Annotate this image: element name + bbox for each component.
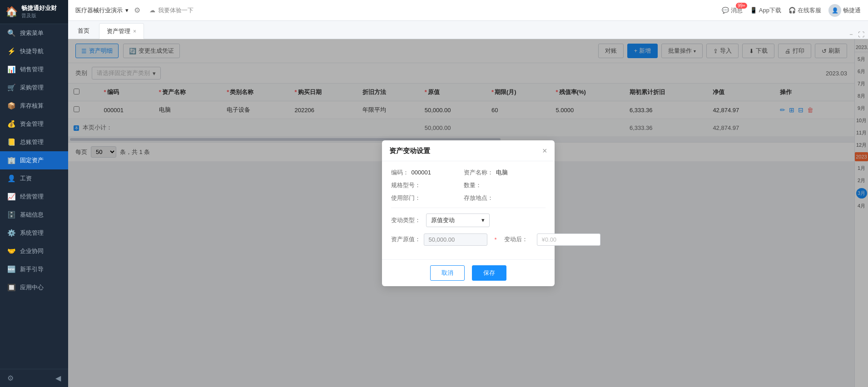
sidebar-label-system: 系统管理 <box>20 229 44 237</box>
quicknav-icon: ⚡ <box>7 47 15 55</box>
messages-btn[interactable]: 💬 消息 99+ <box>722 6 743 15</box>
topbar-settings-icon[interactable]: ⚙ <box>134 6 140 15</box>
service-btn[interactable]: 🎧 在线客服 <box>789 6 821 15</box>
sidebar: 🏠 畅捷通好业财 普及版 🔍 搜索菜单 ⚡ 快捷导航 📊 销售管理 🛒 采购管理… <box>0 0 68 387</box>
sidebar-label-basic: 基础信息 <box>20 211 44 219</box>
sidebar-item-coop[interactable]: 🤝 企业协同 <box>0 242 68 260</box>
dialog-form-row1: 变动类型： 原值变动 ▾ <box>391 213 546 227</box>
inventory-icon: 📦 <box>7 102 15 110</box>
dialog-quantity-item: 数量： <box>464 181 527 189</box>
sidebar-footer: ⚙ ◀ <box>0 369 68 387</box>
dialog-code-value: 000001 <box>412 169 431 176</box>
window-minimize-icon[interactable]: － <box>848 30 854 39</box>
dialog-select-chevron: ▾ <box>481 217 485 223</box>
sidebar-label-inventory: 库存核算 <box>20 102 44 110</box>
sidebar-item-quicknav[interactable]: ⚡ 快捷导航 <box>0 42 68 60</box>
dialog-title: 资产变动设置 <box>389 147 430 155</box>
apps-icon: 🔲 <box>7 283 15 292</box>
dialog-divider <box>391 208 546 208</box>
dialog-overlay: 资产变动设置 × 编码： 000001 资产名称： 电脑 <box>68 39 868 387</box>
dialog-after-label: 变动后： <box>504 235 531 243</box>
sidebar-label-apps: 应用中心 <box>20 283 44 292</box>
dialog-change-type-select[interactable]: 原值变动 ▾ <box>426 213 490 227</box>
sidebar-nav: 🔍 搜索菜单 ⚡ 快捷导航 📊 销售管理 🛒 采购管理 📦 库存核算 💰 资金管… <box>0 24 68 369</box>
sidebar-item-system[interactable]: ⚙️ 系统管理 <box>0 224 68 242</box>
sales-icon: 📊 <box>7 65 15 74</box>
cancel-button[interactable]: 取消 <box>430 265 465 281</box>
dialog-info-row1: 编码： 000001 资产名称： 电脑 <box>391 169 546 177</box>
chevron-down-icon: ▾ <box>125 7 129 14</box>
dialog-name-item: 资产名称： 电脑 <box>464 169 527 177</box>
sidebar-item-guide[interactable]: 🆕 新手引导 <box>0 260 68 278</box>
dialog-name-label: 资产名称： <box>464 169 493 177</box>
sidebar-label-ledger: 总账管理 <box>20 138 44 146</box>
sidebar-item-inventory[interactable]: 📦 库存核算 <box>0 97 68 115</box>
system-icon: ⚙️ <box>7 229 15 237</box>
dialog-original-label: 资产原值： <box>391 235 418 243</box>
dialog-location-label: 存放地点： <box>464 194 493 202</box>
service-label: 在线客服 <box>798 6 821 15</box>
sidebar-item-search[interactable]: 🔍 搜索菜单 <box>0 24 68 42</box>
app-download-btn[interactable]: 📱 App下载 <box>750 6 781 15</box>
sidebar-item-capital[interactable]: 💰 资金管理 <box>0 115 68 133</box>
basic-icon: 🗄️ <box>7 211 15 219</box>
sidebar-item-ledger[interactable]: 📒 总账管理 <box>0 133 68 151</box>
sidebar-label-capital: 资金管理 <box>20 120 44 128</box>
sidebar-label-search: 搜索菜单 <box>20 29 44 37</box>
sidebar-item-sales[interactable]: 📊 销售管理 <box>0 60 68 79</box>
dialog-change-type-value: 原值变动 <box>431 216 455 224</box>
settings-icon[interactable]: ⚙ <box>7 374 14 382</box>
dialog-spec-label: 规格型号： <box>391 181 421 189</box>
tab-asset-label: 资产管理 <box>107 27 130 35</box>
username: 畅捷通 <box>843 6 861 15</box>
operations-icon: 📈 <box>7 193 15 201</box>
dialog-form-row2: 资产原值： * 变动后： <box>391 233 546 246</box>
dialog-close-btn[interactable]: × <box>542 147 547 155</box>
sidebar-item-apps[interactable]: 🔲 应用中心 <box>0 278 68 297</box>
sidebar-label-quicknav: 快捷导航 <box>20 47 44 55</box>
logo-text: 畅捷通好业财 <box>21 5 57 12</box>
sidebar-label-purchase: 采购管理 <box>20 84 44 92</box>
salary-icon: 👤 <box>7 174 15 183</box>
dialog-code-item: 编码： 000001 <box>391 169 455 177</box>
sidebar-item-salary[interactable]: 👤 工资 <box>0 169 68 188</box>
logo-subtext: 普及版 <box>21 12 57 19</box>
company-switcher[interactable]: 医疗器械行业演示 ▾ <box>75 6 129 15</box>
topbar: 医疗器械行业演示 ▾ ⚙ ☁ 我要体验一下 💬 消息 99+ 📱 App下载 🎧… <box>68 0 868 21</box>
dialog-spec-item: 规格型号： <box>391 181 455 189</box>
dialog-after-input[interactable] <box>537 233 600 246</box>
collapse-icon[interactable]: ◀ <box>55 374 61 382</box>
asset-change-dialog: 资产变动设置 × 编码： 000001 资产名称： 电脑 <box>382 140 555 286</box>
logo-icon: 🏠 <box>5 6 18 18</box>
app-download-label: App下载 <box>759 6 781 15</box>
topbar-right: 💬 消息 99+ 📱 App下载 🎧 在线客服 👤 畅捷通 <box>722 4 861 17</box>
sidebar-item-fixed[interactable]: 🏢 固定资产 <box>0 151 68 169</box>
sidebar-label-coop: 企业协同 <box>20 247 44 255</box>
sidebar-logo: 🏠 畅捷通好业财 普及版 <box>0 0 68 24</box>
sidebar-item-operations[interactable]: 📈 经营管理 <box>0 188 68 206</box>
sidebar-item-basic[interactable]: 🗄️ 基础信息 <box>0 206 68 224</box>
sidebar-label-guide: 新手引导 <box>20 265 44 273</box>
service-icon: 🎧 <box>789 7 796 14</box>
tab-asset[interactable]: 资产管理 × <box>99 23 144 39</box>
ledger-icon: 📒 <box>7 138 15 146</box>
guide-icon: 🆕 <box>7 265 15 273</box>
tab-close-icon[interactable]: × <box>133 28 136 35</box>
cloud-icon: ☁ <box>149 7 155 14</box>
message-badge: 99+ <box>736 3 747 9</box>
window-maximize-icon[interactable]: ⛶ <box>858 31 864 38</box>
tab-home[interactable]: 首页 <box>68 23 99 39</box>
dialog-code-label: 编码： <box>391 169 409 177</box>
dialog-info-row2: 规格型号： 数量： <box>391 181 546 189</box>
sidebar-item-purchase[interactable]: 🛒 采购管理 <box>0 79 68 97</box>
dialog-quantity-label: 数量： <box>464 181 481 189</box>
coop-icon: 🤝 <box>7 247 15 255</box>
avatar: 👤 <box>828 4 841 17</box>
experience-label: 我要体验一下 <box>158 6 193 15</box>
save-button[interactable]: 保存 <box>472 265 506 281</box>
experience-btn[interactable]: ☁ 我要体验一下 <box>149 6 193 15</box>
purchase-icon: 🛒 <box>7 84 15 92</box>
tabs-bar: 首页 资产管理 × － ⛶ <box>68 21 868 39</box>
user-profile[interactable]: 👤 畅捷通 <box>828 4 861 17</box>
dialog-dept-label: 使用部门： <box>391 194 421 202</box>
